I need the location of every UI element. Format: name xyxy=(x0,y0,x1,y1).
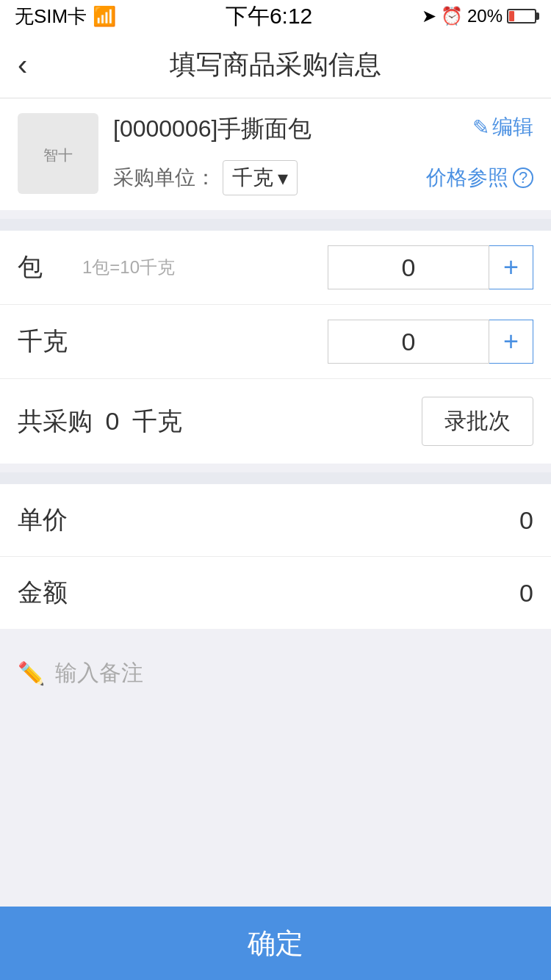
status-left: 无SIM卡 📶 xyxy=(15,4,116,29)
bottom-space xyxy=(0,709,551,915)
chevron-down-icon: ▾ xyxy=(278,166,288,190)
confirm-button[interactable]: 确定 xyxy=(0,907,551,980)
amount-label: 金额 xyxy=(18,576,68,610)
kg-label: 千克 xyxy=(18,325,76,359)
product-thumbnail: 智十 xyxy=(18,113,98,194)
unit-select[interactable]: 千克 ▾ xyxy=(223,160,298,195)
record-batch-button[interactable]: 录批次 xyxy=(422,397,533,446)
price-reference-button[interactable]: 价格参照 ? xyxy=(426,164,533,192)
section-divider-1 xyxy=(0,219,551,231)
bao-quantity-input[interactable] xyxy=(328,245,489,289)
price-section: 单价 0 金额 0 xyxy=(0,484,551,629)
confirm-label: 确定 xyxy=(248,925,303,962)
bao-sublabel: 1包=10千克 xyxy=(82,256,175,279)
bao-input-row: 包 1包=10千克 + xyxy=(0,231,551,305)
summary-text: 共采购 0 千克 xyxy=(18,405,182,439)
pencil-icon: ✏️ xyxy=(18,660,45,686)
notes-placeholder: 输入备注 xyxy=(55,658,143,688)
amount-value: 0 xyxy=(519,579,533,608)
wifi-icon: 📶 xyxy=(93,5,116,28)
summary-section: 共采购 0 千克 录批次 xyxy=(0,379,551,464)
nav-bar: ‹ 填写商品采购信息 xyxy=(0,32,551,98)
product-info: [0000006]手撕面包 ✎ 编辑 采购单位： 千克 ▾ 价格参照 ? xyxy=(113,113,533,195)
notes-section[interactable]: ✏️ 输入备注 xyxy=(0,638,551,709)
kg-input-group: + xyxy=(328,320,533,364)
unit-price-label: 单价 xyxy=(18,503,68,537)
product-name-row: [0000006]手撕面包 ✎ 编辑 xyxy=(113,113,533,145)
kg-quantity-input[interactable] xyxy=(328,320,489,364)
edit-button[interactable]: ✎ 编辑 xyxy=(472,113,533,141)
unit-label: 采购单位： xyxy=(113,166,216,189)
kg-input-row: 千克 + xyxy=(0,305,551,379)
summary-row: 共采购 0 千克 录批次 xyxy=(0,379,551,464)
amount-row: 金额 0 xyxy=(0,557,551,629)
unit-price-value: 0 xyxy=(519,506,533,535)
bao-label: 包 xyxy=(18,251,76,284)
info-icon: ? xyxy=(513,167,533,188)
product-full-name: [0000006]手撕面包 xyxy=(113,113,311,145)
status-bar: 无SIM卡 📶 下午6:12 ➤ ⏰ 20% xyxy=(0,0,551,32)
back-button[interactable]: ‹ xyxy=(18,48,27,82)
alarm-icon: ⏰ xyxy=(441,6,463,26)
unit-label-group: 采购单位： 千克 ▾ xyxy=(113,160,298,195)
unit-price-row: 单价 0 xyxy=(0,484,551,557)
product-thumb-label: 智十 xyxy=(43,145,73,165)
unit-row: 采购单位： 千克 ▾ 价格参照 ? xyxy=(113,160,533,195)
status-time: 下午6:12 xyxy=(226,1,312,32)
page-title: 填写商品采购信息 xyxy=(170,47,381,83)
bao-plus-button[interactable]: + xyxy=(489,245,533,289)
kg-plus-button[interactable]: + xyxy=(489,320,533,364)
location-icon: ➤ xyxy=(422,6,436,26)
sim-status: 无SIM卡 xyxy=(15,4,87,29)
bao-input-group: + xyxy=(328,245,533,289)
edit-icon: ✎ xyxy=(472,115,489,140)
section-divider-2 xyxy=(0,472,551,484)
battery-percent: 20% xyxy=(467,6,503,26)
input-section: 包 1包=10千克 + 千克 + xyxy=(0,231,551,379)
battery-icon xyxy=(507,9,536,24)
status-right: ➤ ⏰ 20% xyxy=(422,6,536,26)
battery-fill xyxy=(509,11,514,21)
product-card: 智十 [0000006]手撕面包 ✎ 编辑 采购单位： 千克 ▾ 价格参照 ? xyxy=(0,98,551,210)
